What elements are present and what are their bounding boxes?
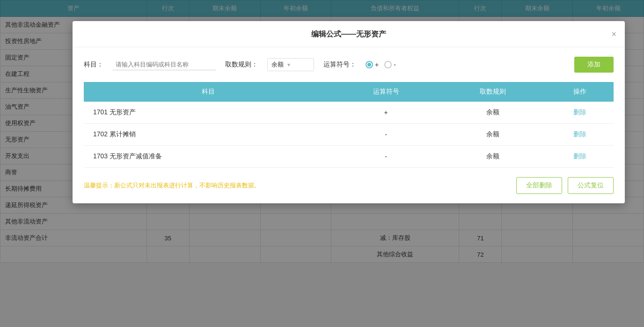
modal-footer: 温馨提示：新公式只对未出报表进行计算，不影响历史报表数据。 全部删除 公式复位 [73,168,625,203]
col-header-operator: 运算符号 [333,82,439,102]
formula-row-0: 1701 无形资产 + 余额 删除 [84,102,614,124]
col-header-subject: 科目 [84,82,333,102]
radio-minus-label: - [394,61,396,68]
col-header-rule: 取数规则 [439,82,546,102]
formula-table: 科目 运算符号 取数规则 操作 1701 无形资产 + 余额 删除 1702 累… [84,82,614,168]
row0-rule: 余额 [439,102,546,124]
row0-operator: + [333,102,439,124]
radio-plus[interactable]: + [366,61,379,68]
rule-value: 余额 [271,60,284,69]
delete-button-2[interactable]: 删除 [573,152,586,160]
row1-operator: - [333,124,439,146]
row2-subject: 1703 无形资产减值准备 [84,146,333,168]
formula-row-2: 1703 无形资产减值准备 - 余额 删除 [84,146,614,168]
row1-action: 删除 [546,124,614,146]
footer-tip: 温馨提示：新公式只对未出报表进行计算，不影响历史报表数据。 [84,181,260,190]
subject-input[interactable] [113,59,216,70]
delete-all-button[interactable]: 全部删除 [516,177,562,194]
row2-rule: 余额 [439,146,546,168]
delete-button-1[interactable]: 删除 [573,130,586,138]
modal-dialog: 编辑公式——无形资产 × 科目： 取数规则： 余额 ▼ 运算符号： + - 添加 [73,21,625,203]
row2-action: 删除 [546,146,614,168]
table-header-row: 科目 运算符号 取数规则 操作 [84,82,614,102]
data-table-wrapper: 科目 运算符号 取数规则 操作 1701 无形资产 + 余额 删除 1702 累… [73,82,625,168]
subject-label: 科目： [84,60,103,69]
operator-radio-group: + - [366,61,396,68]
reset-formula-button[interactable]: 公式复位 [568,177,614,194]
radio-minus[interactable]: - [384,61,396,68]
radio-minus-circle [384,61,392,68]
add-button[interactable]: 添加 [574,57,614,73]
col-header-action: 操作 [546,82,614,102]
rule-select[interactable]: 余额 ▼ [267,58,314,71]
row0-subject: 1701 无形资产 [84,102,333,124]
operator-label: 运算符号： [323,60,356,69]
rule-label: 取数规则： [225,60,258,69]
radio-plus-circle [366,61,373,68]
form-row: 科目： 取数规则： 余额 ▼ 运算符号： + - 添加 [73,47,625,82]
row2-operator: - [333,146,439,168]
modal-header: 编辑公式——无形资产 × [73,21,625,47]
radio-plus-label: + [375,61,379,68]
row1-subject: 1702 累计摊销 [84,124,333,146]
close-button[interactable]: × [611,30,616,38]
row1-rule: 余额 [439,124,546,146]
formula-row-1: 1702 累计摊销 - 余额 删除 [84,124,614,146]
footer-buttons: 全部删除 公式复位 [516,177,614,194]
modal-title: 编辑公式——无形资产 [311,30,386,39]
dropdown-arrow-icon: ▼ [286,62,291,67]
row0-action: 删除 [546,102,614,124]
delete-button-0[interactable]: 删除 [573,108,586,116]
